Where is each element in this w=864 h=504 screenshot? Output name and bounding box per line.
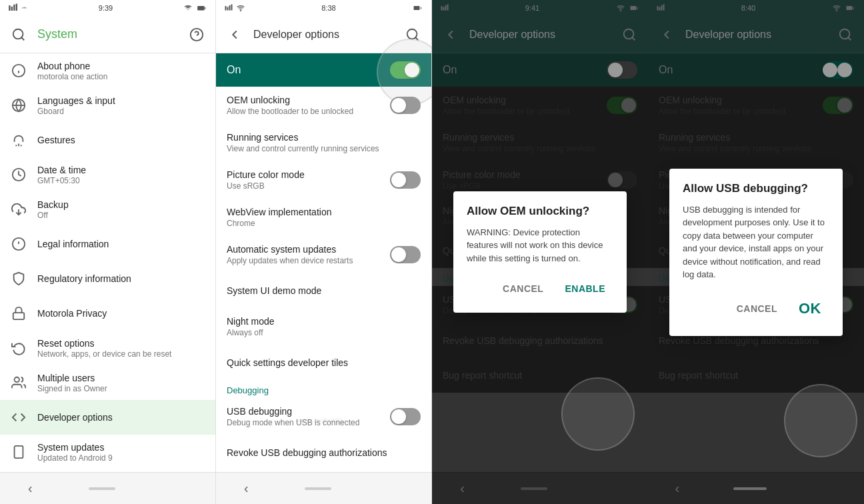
oem-label: OEM unlocking bbox=[227, 95, 390, 105]
auto-updates-item[interactable]: Automatic system updates Apply updates w… bbox=[216, 236, 431, 273]
night-mode-sublabel: Always off bbox=[227, 328, 421, 337]
auto-updates-toggle[interactable] bbox=[390, 246, 421, 263]
pic-color-label: Picture color mode bbox=[227, 169, 390, 180]
about-phone-label: About phone bbox=[37, 61, 205, 71]
sidebar-item-regulatory[interactable]: Regulatory information bbox=[0, 261, 215, 296]
running-svc-label: Running services bbox=[227, 132, 421, 143]
sidebar-item-backup[interactable]: Backup Off bbox=[0, 192, 215, 227]
panel-system-settings: 9:39 System About phone motorola one act… bbox=[0, 0, 216, 504]
status-bar-2: 8:38 bbox=[216, 0, 431, 16]
svg-point-27 bbox=[407, 29, 417, 39]
usb-dialog-actions: Cancel OK bbox=[683, 295, 829, 323]
system-update-icon bbox=[11, 444, 27, 460]
picture-color-item[interactable]: Picture color mode Use sRGB bbox=[216, 161, 431, 199]
quick-settings-label: Quick settings developer tiles bbox=[227, 357, 421, 368]
top-bar-system: System bbox=[0, 16, 215, 53]
svg-rect-26 bbox=[413, 6, 419, 10]
oem-enable-button[interactable]: Enable bbox=[557, 278, 613, 299]
back-button-2[interactable] bbox=[221, 21, 248, 48]
usb-ok-button[interactable]: OK bbox=[791, 295, 829, 323]
oem-cancel-button[interactable]: Cancel bbox=[495, 278, 551, 299]
usb-debug-label: USB debugging bbox=[227, 406, 390, 417]
sidebar-item-datetime[interactable]: Date & time GMT+05:30 bbox=[0, 157, 215, 192]
oem-dialog-actions: Cancel Enable bbox=[467, 278, 613, 299]
developer-icon bbox=[11, 409, 27, 425]
back-arrow-1[interactable]: ‹ bbox=[28, 481, 33, 496]
webview-sublabel: Chrome bbox=[227, 219, 421, 228]
sidebar-list: About phone motorola one action Language… bbox=[0, 53, 215, 472]
developer-label: Developer options bbox=[37, 412, 205, 423]
sidebar-item-legal[interactable]: Legal information bbox=[0, 227, 215, 261]
webview-item[interactable]: WebView implementation Chrome bbox=[216, 199, 431, 236]
nav-bar-1: ‹ bbox=[0, 472, 215, 504]
usb-debugging-item[interactable]: USB debugging Debug mode when USB is con… bbox=[216, 398, 431, 435]
svg-rect-17 bbox=[13, 313, 25, 319]
svg-rect-2 bbox=[13, 5, 15, 11]
night-mode-label: Night mode bbox=[227, 316, 421, 327]
sidebar-item-users[interactable]: Multiple users Signed in as Owner bbox=[0, 365, 215, 400]
oem-toggle[interactable] bbox=[390, 97, 421, 114]
search-button-1[interactable] bbox=[5, 21, 32, 48]
sidebar-item-reset[interactable]: Reset options Network, apps, or device c… bbox=[0, 331, 215, 365]
revoke-usb-label: Revoke USB debugging authorizations bbox=[227, 447, 421, 458]
usb-dialog-title: Allow USB debugging? bbox=[683, 182, 829, 195]
svg-rect-1 bbox=[11, 7, 13, 11]
sidebar-item-languages[interactable]: Languages & input Gboard bbox=[0, 88, 215, 123]
usb-debug-toggle[interactable] bbox=[390, 408, 421, 425]
cloud-icon bbox=[11, 201, 27, 217]
sidebar-item-about[interactable]: About phone motorola one action bbox=[0, 53, 215, 88]
privacy-icon bbox=[11, 305, 27, 321]
sidebar-item-privacy[interactable]: Motorola Privacy bbox=[0, 296, 215, 331]
system-ui-demo-item[interactable]: System UI demo mode bbox=[216, 273, 431, 308]
help-button-1[interactable] bbox=[183, 21, 210, 48]
svg-rect-21 bbox=[225, 6, 227, 11]
panel-developer-options: 8:38 Developer options On OEM unlocking … bbox=[216, 0, 432, 504]
night-mode-item[interactable]: Night mode Always off bbox=[216, 308, 431, 345]
debugging-section: Debugging bbox=[216, 380, 431, 398]
backup-label: Backup bbox=[37, 199, 205, 210]
reset-sublabel: Network, apps, or device can be reset bbox=[37, 349, 205, 359]
svg-rect-24 bbox=[231, 5, 233, 11]
reset-icon bbox=[11, 340, 27, 356]
svg-rect-0 bbox=[9, 5, 10, 11]
system-updates-sublabel: Updated to Android 9 bbox=[37, 453, 205, 463]
datetime-sublabel: GMT+05:30 bbox=[37, 176, 205, 185]
oem-dialog-body: WARNING: Device protection features will… bbox=[467, 226, 613, 265]
clock-icon bbox=[11, 167, 27, 183]
home-indicator-1[interactable] bbox=[89, 487, 115, 490]
enable-button-circle bbox=[561, 377, 635, 451]
panel1-title: System bbox=[37, 27, 178, 41]
running-svc-sublabel: View and control currently running servi… bbox=[227, 144, 421, 153]
usb-cancel-button[interactable]: Cancel bbox=[729, 295, 785, 323]
sidebar-item-developer[interactable]: Developer options bbox=[0, 400, 215, 435]
legal-label: Legal information bbox=[37, 239, 205, 249]
users-label: Multiple users bbox=[37, 373, 205, 383]
sidebar-item-system-updates[interactable]: System updates Updated to Android 9 bbox=[0, 435, 215, 469]
reset-label: Reset options bbox=[37, 338, 205, 349]
users-icon bbox=[11, 375, 27, 391]
auto-updates-label: Automatic system updates bbox=[227, 244, 390, 255]
languages-label: Languages & input bbox=[37, 95, 205, 106]
revoke-usb-item[interactable]: Revoke USB debugging authorizations bbox=[216, 435, 431, 470]
globe-icon bbox=[11, 97, 27, 113]
status-icons-right-2 bbox=[411, 4, 423, 12]
gestures-label: Gestures bbox=[37, 135, 205, 145]
svg-point-18 bbox=[15, 377, 19, 382]
sidebar-item-gestures[interactable]: Gestures bbox=[0, 123, 215, 157]
legal-icon bbox=[11, 236, 27, 252]
dev-on-label: On bbox=[227, 64, 241, 76]
back-arrow-2[interactable]: ‹ bbox=[244, 481, 249, 496]
quick-settings-item[interactable]: Quick settings developer tiles bbox=[216, 345, 431, 380]
info-icon bbox=[11, 63, 27, 79]
panel-developer-usb-dialog: 8:40 Developer options On OEM unlocking … bbox=[648, 0, 864, 504]
svg-point-25 bbox=[241, 11, 241, 11]
running-services-item[interactable]: Running services View and control curren… bbox=[216, 124, 431, 161]
home-indicator-2[interactable] bbox=[305, 487, 331, 490]
nav-bar-2: ‹ bbox=[216, 472, 431, 504]
status-icons-right bbox=[183, 3, 207, 13]
status-icons-left-2 bbox=[224, 4, 246, 12]
datetime-label: Date & time bbox=[37, 165, 205, 175]
dev-options-list: OEM unlocking Allow the bootloader to be… bbox=[216, 87, 431, 472]
pic-color-toggle[interactable] bbox=[390, 171, 421, 189]
svg-rect-4 bbox=[197, 6, 205, 10]
